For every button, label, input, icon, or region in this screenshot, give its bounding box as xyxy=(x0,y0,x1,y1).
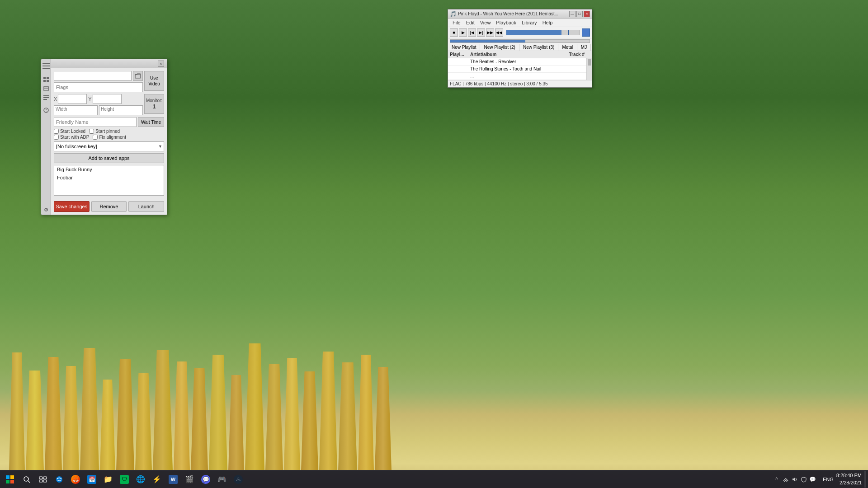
play-button[interactable]: ▶ xyxy=(459,28,467,37)
taskbar-app-gaming[interactable]: 🎮 xyxy=(214,472,230,487)
show-desktop-button[interactable] xyxy=(864,471,866,488)
tray-volume-icon[interactable] xyxy=(791,476,798,483)
titlebar-buttons: — □ × xyxy=(569,11,590,17)
saved-apps-list[interactable]: Big Buck Bunny Foobar xyxy=(54,165,164,196)
fullscreen-key-select[interactable]: [No fullscreen key] F11 F12 Alt+Enter xyxy=(54,141,164,151)
prev-button[interactable]: |◀ xyxy=(468,28,476,37)
taskbar-app-steam[interactable]: ♨ xyxy=(231,472,246,487)
sidebar-nav-2[interactable] xyxy=(42,85,50,92)
start-adp-checkbox[interactable] xyxy=(54,135,59,140)
task-view-button[interactable] xyxy=(35,472,51,487)
taskbar-app-photos[interactable]: 🎬 xyxy=(182,472,197,487)
add-to-saved-button[interactable]: Add to saved apps xyxy=(54,153,164,163)
add-saved-row: Add to saved apps xyxy=(54,153,164,163)
playlist-tab-1[interactable]: New Playlist (2) xyxy=(480,44,519,51)
menu-playback[interactable]: Playback xyxy=(493,19,519,26)
saved-app-item-1[interactable]: Foobar xyxy=(54,174,164,182)
browse-button[interactable] xyxy=(133,71,143,81)
ff-button[interactable]: ▶▶ xyxy=(486,28,494,37)
tray-network-icon[interactable] xyxy=(782,476,789,483)
pencil xyxy=(338,362,357,470)
playlist-tab-2[interactable]: New Playlist (3) xyxy=(519,44,558,51)
track-item-0[interactable]: The Beatles - Revolver xyxy=(448,58,592,66)
command-line-input[interactable]: Command Line xyxy=(54,71,132,81)
settings-icon[interactable] xyxy=(42,206,50,213)
stop-button[interactable]: ■ xyxy=(450,28,458,37)
tray-expand[interactable]: ^ xyxy=(773,476,780,483)
menu-file[interactable]: File xyxy=(450,19,463,26)
pencil xyxy=(45,357,62,470)
friendly-wait-row: Wait Time xyxy=(54,117,164,127)
pencils-container xyxy=(0,343,868,470)
menu-icon[interactable] xyxy=(42,63,50,69)
start-pinned-checkbox[interactable] xyxy=(89,129,94,134)
playlist-tab-4[interactable]: MJ xyxy=(577,44,591,51)
sidebar-nav-1[interactable] xyxy=(42,76,50,83)
wait-time-button[interactable]: Wait Time xyxy=(138,117,164,127)
playlist-tab-5[interactable]: Skylines - Gold FM xyxy=(591,44,592,51)
tray-action-center[interactable]: 💬 xyxy=(809,476,816,483)
system-tray: ^ 💬 xyxy=(773,476,820,483)
taskbar-app-word[interactable]: W xyxy=(165,472,181,487)
saved-app-item-0[interactable]: Big Buck Bunny xyxy=(54,165,164,174)
y-input[interactable] xyxy=(93,94,122,104)
taskbar-app-security[interactable]: 🛡 xyxy=(117,472,132,487)
start-adp-check[interactable]: Start with ADP xyxy=(54,135,89,140)
taskbar-app-apps[interactable]: ⚡ xyxy=(149,472,165,487)
volume-bar[interactable] xyxy=(506,30,580,35)
svg-rect-16 xyxy=(10,475,14,479)
flags-input[interactable] xyxy=(54,82,143,92)
use-video-button[interactable]: Use Video xyxy=(144,71,164,91)
taskbar-app-calendar[interactable]: 📅 xyxy=(84,472,99,487)
start-locked-checkbox[interactable] xyxy=(54,129,59,134)
next-button[interactable]: ▶| xyxy=(477,28,485,37)
maximize-button[interactable]: □ xyxy=(576,11,583,17)
seek-bar[interactable] xyxy=(450,39,590,43)
pencil xyxy=(209,355,227,470)
save-changes-button[interactable]: Save changes xyxy=(54,201,90,212)
launch-button[interactable]: Launch xyxy=(128,201,164,212)
pencil xyxy=(228,375,244,470)
start-locked-check[interactable]: Start Locked xyxy=(54,129,85,134)
language-indicator[interactable]: ENG xyxy=(821,477,835,482)
menu-edit[interactable]: Edit xyxy=(463,19,477,26)
cmd-line-row: Command Line Use Video xyxy=(54,71,164,92)
sidebar-nav-4[interactable] xyxy=(42,107,50,113)
checkboxes-section: Start Locked Start pinned Start with ADP xyxy=(54,129,164,140)
close-button[interactable]: × xyxy=(584,11,590,17)
taskbar-app-explorer[interactable]: 📁 xyxy=(100,472,116,487)
track-list-header: Playi... Artist/album Track # xyxy=(448,51,592,58)
playlist-tab-3[interactable]: Metal xyxy=(558,44,577,51)
taskbar-app-firefox[interactable]: 🦊 xyxy=(68,472,83,487)
start-button[interactable] xyxy=(2,471,18,488)
svg-rect-7 xyxy=(43,97,49,98)
x-input[interactable] xyxy=(58,94,87,104)
track-item-1[interactable]: The Rolling Stones - Tooth and Nail 1/ xyxy=(448,66,592,73)
pencil xyxy=(265,364,283,470)
tray-security-icon[interactable] xyxy=(800,476,807,483)
fix-alignment-check[interactable]: Fix alignment xyxy=(93,135,126,140)
menu-view[interactable]: View xyxy=(477,19,494,26)
friendly-name-input[interactable] xyxy=(54,117,137,127)
track-scrollbar[interactable] xyxy=(586,58,592,80)
remove-button[interactable]: Remove xyxy=(91,201,127,212)
menu-help[interactable]: Help xyxy=(540,19,556,26)
height-input[interactable] xyxy=(99,105,143,115)
taskbar-clock[interactable]: 8:28:40 PM 2/28/2021 xyxy=(836,472,863,486)
pencil xyxy=(358,355,374,470)
start-pinned-check[interactable]: Start pinned xyxy=(89,129,120,134)
taskbar-app-edge[interactable] xyxy=(52,472,67,487)
width-input[interactable] xyxy=(54,105,98,115)
sidebar-nav-3[interactable] xyxy=(42,94,50,101)
taskbar-app-discord[interactable]: 💬 xyxy=(198,472,213,487)
search-taskbar-button[interactable] xyxy=(19,472,34,487)
minimize-button[interactable]: — xyxy=(569,11,576,17)
svg-point-11 xyxy=(46,111,47,112)
fix-alignment-checkbox[interactable] xyxy=(93,135,98,140)
fullscreen-row: [No fullscreen key] F11 F12 Alt+Enter ▼ xyxy=(54,141,164,151)
close-button[interactable]: × xyxy=(158,61,164,67)
taskbar-app-chrome[interactable]: 🌐 xyxy=(133,472,148,487)
playlist-tab-0[interactable]: New Playlist xyxy=(448,44,480,51)
rw-button[interactable]: ◀◀ xyxy=(495,28,503,37)
menu-library[interactable]: Library xyxy=(519,19,540,26)
